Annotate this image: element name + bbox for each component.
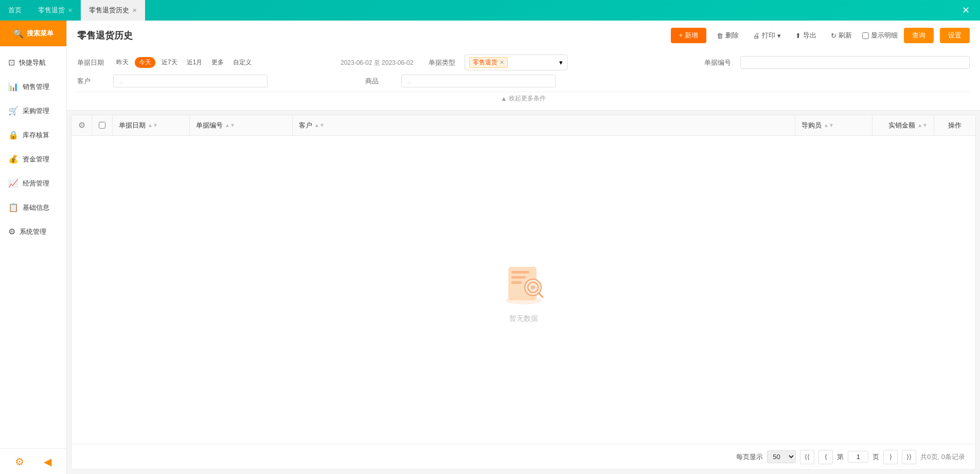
sidebar-item-finance[interactable]: 💰 资金管理	[0, 147, 66, 171]
top-bar: 首页 零售退货 ✕ 零售退货历史 ✕ ✕	[0, 0, 980, 21]
page-header: 零售退货历史 + 新增 🗑 删除 🖨 打印 ▾ ⬆ 导出	[67, 21, 980, 111]
page-last-button[interactable]: ⟩⟩	[902, 450, 916, 464]
tab-retail-return-close[interactable]: ✕	[68, 7, 73, 14]
date-range-display: 2023-06-02 至 2023-06-02	[341, 59, 413, 66]
sidebar-item-basic-info[interactable]: 📋 基础信息	[0, 195, 66, 220]
window-close-button[interactable]: ✕	[952, 5, 980, 16]
date-more[interactable]: 更多	[208, 57, 227, 68]
customer-input[interactable]	[113, 75, 268, 87]
empty-state-icon	[498, 257, 549, 308]
sidebar-item-inventory-label: 库存核算	[23, 131, 49, 140]
sidebar-item-sales-mgmt[interactable]: 📊 销售管理	[0, 75, 66, 99]
sort-customer-icon: ▲▼	[314, 123, 325, 128]
date-label: 单据日期	[77, 58, 108, 67]
sales-icon: 📊	[8, 82, 19, 92]
print-icon: 🖨	[753, 32, 760, 40]
tab-retail-return[interactable]: 零售退货 ✕	[30, 0, 81, 21]
page-title: 零售退货历史	[77, 29, 133, 42]
sidebar-item-operations[interactable]: 📈 经营管理	[0, 171, 66, 195]
sidebar-search-label: 搜索菜单	[27, 29, 54, 38]
sort-guide-icon: ▲▼	[824, 123, 834, 128]
type-tag-remove[interactable]: ✕	[500, 59, 504, 66]
voucher-label: 单据编号	[704, 58, 735, 67]
date-yesterday[interactable]: 昨天	[113, 57, 132, 68]
sidebar-settings-button[interactable]: ⚙	[15, 455, 24, 468]
svg-rect-3	[511, 276, 526, 279]
tab-retail-return-history-close[interactable]: ✕	[132, 7, 137, 14]
th-actions: 操作	[934, 121, 975, 130]
sidebar-search-button[interactable]: 🔍 搜索菜单	[0, 21, 66, 46]
voucher-input[interactable]	[740, 56, 970, 69]
th-no[interactable]: 单据编号 ▲▼	[190, 115, 293, 135]
sort-no-icon: ▲▼	[225, 123, 235, 128]
date-today[interactable]: 今天	[135, 57, 155, 68]
sidebar-item-quick-nav-label: 快捷导航	[19, 58, 46, 67]
display-detail-toggle[interactable]: 显示明细	[862, 31, 898, 40]
export-button[interactable]: ⬆ 导出	[791, 29, 821, 42]
tab-home-label: 首页	[8, 6, 22, 15]
print-button[interactable]: 🖨 打印 ▾	[749, 29, 785, 42]
sidebar-collapse-button[interactable]: ◀	[44, 455, 51, 468]
table-column-settings[interactable]: ⚙	[72, 115, 92, 135]
sidebar-item-finance-label: 资金管理	[23, 155, 49, 164]
sidebar-item-quick-nav[interactable]: ⊡ 快捷导航	[0, 50, 66, 75]
th-date[interactable]: 单据日期 ▲▼	[113, 115, 190, 135]
sidebar-menu: ⊡ 快捷导航 📊 销售管理 🛒 采购管理 🔒 库存核算 💰 资金管理 📈	[0, 46, 66, 448]
main-layout: 🔍 搜索菜单 ⊡ 快捷导航 📊 销售管理 🛒 采购管理 🔒 库存核算 💰	[0, 21, 980, 474]
search-icon: 🔍	[13, 29, 24, 39]
goods-input[interactable]	[401, 75, 556, 87]
tab-home[interactable]: 首页	[0, 0, 30, 21]
table-area: ⚙ 单据日期 ▲▼ 单据编号 ▲▼ 客户 ▲▼ 导购员	[71, 115, 976, 470]
page-size-select[interactable]: 20 50 100 200	[767, 450, 796, 463]
date-filter-options: 昨天 今天 近7天 近1月 更多 自定义	[113, 57, 255, 68]
table-footer: 每页显示 20 50 100 200 ⟨⟨ ⟨ 第 页 ⟩ ⟩⟩ 共0页, 0条…	[72, 444, 975, 469]
type-filter-field: 单据类型 零售退货 ✕ ▾	[429, 54, 694, 70]
sidebar-bottom: ⚙ ◀	[0, 448, 66, 474]
type-tag: 零售退货 ✕	[469, 57, 508, 68]
type-select-dropdown: ▾	[559, 59, 563, 66]
sidebar-item-sales-label: 销售管理	[23, 82, 49, 92]
page-number-input[interactable]	[848, 451, 868, 463]
svg-rect-2	[511, 271, 529, 274]
display-detail-checkbox[interactable]	[862, 32, 869, 39]
date-1month[interactable]: 近1月	[184, 57, 206, 68]
page-first-button[interactable]: ⟨⟨	[800, 450, 814, 464]
delete-button[interactable]: 🗑 删除	[712, 29, 743, 42]
sidebar-item-purchase-label: 采购管理	[23, 106, 49, 116]
refresh-button[interactable]: ↻ 刷新	[827, 29, 856, 42]
th-amount[interactable]: 实销金额 ▲▼	[872, 115, 934, 135]
svg-line-7	[539, 293, 543, 297]
empty-text: 暂无数据	[509, 314, 538, 323]
sidebar-item-system-label: 系统管理	[20, 227, 46, 236]
settings-button[interactable]: 设置	[940, 28, 970, 43]
operations-icon: 📈	[8, 178, 19, 188]
tab-retail-return-history-label: 零售退货历史	[89, 6, 129, 15]
sidebar-item-inventory[interactable]: 🔒 库存核算	[0, 123, 66, 147]
print-dropdown-icon: ▾	[777, 32, 781, 40]
date-filter-field: 单据日期 昨天 今天 近7天 近1月 更多 自定义	[77, 57, 334, 68]
content-area: 零售退货历史 + 新增 🗑 删除 🖨 打印 ▾ ⬆ 导出	[67, 21, 980, 474]
date-7days[interactable]: 近7天	[158, 57, 181, 68]
select-all-checkbox[interactable]	[99, 122, 105, 129]
query-button[interactable]: 查询	[904, 28, 934, 43]
sort-amount-icon: ▲▼	[917, 123, 928, 128]
customer-label: 客户	[77, 77, 108, 86]
tab-retail-return-history[interactable]: 零售退货历史 ✕	[81, 0, 145, 21]
table-select-all[interactable]	[92, 115, 113, 135]
sidebar-item-system[interactable]: ⚙ 系统管理	[0, 220, 66, 244]
page-next-button[interactable]: ⟩	[883, 450, 898, 464]
th-customer[interactable]: 客户 ▲▼	[293, 115, 795, 135]
date-custom[interactable]: 自定义	[230, 57, 255, 68]
type-select[interactable]: 零售退货 ✕ ▾	[465, 54, 567, 70]
basic-info-icon: 📋	[8, 203, 19, 212]
new-button[interactable]: + 新增	[671, 28, 706, 43]
collapse-filter-button[interactable]: ▲ 收起更多条件	[77, 92, 970, 105]
refresh-icon: ↻	[831, 32, 836, 40]
th-guide[interactable]: 导购员 ▲▼	[795, 115, 872, 135]
inventory-icon: 🔒	[8, 130, 19, 140]
page-prev-button[interactable]: ⟨	[818, 450, 833, 464]
sidebar-item-purchase-mgmt[interactable]: 🛒 采购管理	[0, 99, 66, 123]
quick-nav-icon: ⊡	[8, 58, 15, 67]
goods-filter-field: 商品	[365, 75, 970, 87]
filter-area: 单据日期 昨天 今天 近7天 近1月 更多 自定义 2023-06-02 至 2…	[77, 49, 970, 110]
